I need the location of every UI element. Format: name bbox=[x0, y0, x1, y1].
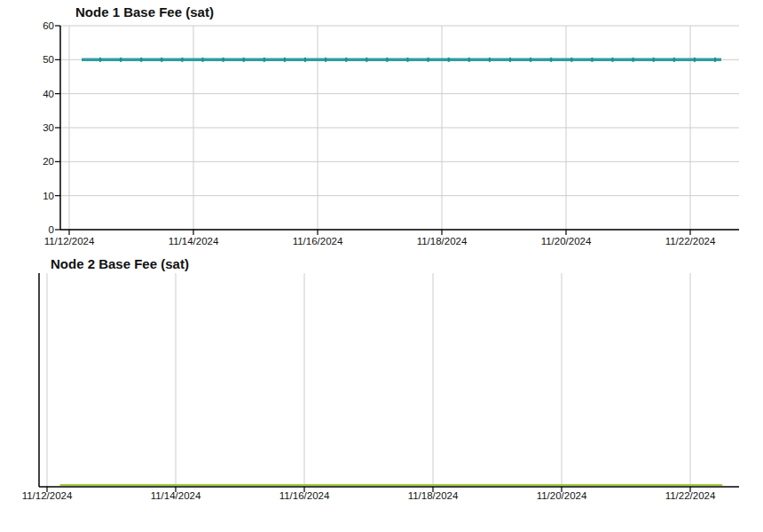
series-point-marker bbox=[448, 58, 450, 62]
chart-node-2: 11/12/202411/14/202411/16/202411/18/2024… bbox=[22, 256, 739, 501]
chart-title: Node 2 Base Fee (sat) bbox=[51, 256, 189, 271]
series-point-marker bbox=[550, 58, 552, 62]
y-tick-label: 0 bbox=[49, 224, 54, 235]
series-point-marker bbox=[120, 58, 122, 62]
base-fee-charts-page: 010203040506011/12/202411/14/202411/16/2… bbox=[0, 0, 763, 532]
x-tick-label: 11/14/2024 bbox=[151, 490, 201, 501]
series-point-marker bbox=[264, 58, 265, 62]
series-point-marker bbox=[714, 58, 716, 62]
x-tick-label: 11/22/2024 bbox=[665, 236, 716, 246]
series-point-marker bbox=[284, 58, 286, 62]
x-tick-label: 11/18/2024 bbox=[417, 236, 468, 246]
series-point-marker bbox=[428, 58, 429, 62]
series-point-marker bbox=[489, 58, 491, 62]
series-point-marker bbox=[304, 58, 306, 62]
series-point-marker bbox=[223, 58, 224, 62]
charts-canvas: 010203040506011/12/202411/14/202411/16/2… bbox=[0, 0, 763, 532]
series-point-marker bbox=[99, 58, 101, 62]
series-point-marker bbox=[345, 58, 347, 62]
series-point-marker bbox=[570, 58, 572, 62]
series-point-marker bbox=[509, 58, 511, 62]
series-point-marker bbox=[673, 58, 675, 62]
y-tick-label: 20 bbox=[43, 156, 54, 167]
series-point-marker bbox=[161, 58, 162, 62]
x-tick-label: 11/18/2024 bbox=[408, 490, 459, 501]
x-tick-label: 11/22/2024 bbox=[665, 490, 716, 501]
x-tick-label: 11/20/2024 bbox=[541, 236, 592, 246]
y-tick-label: 60 bbox=[43, 20, 54, 31]
x-tick-label: 11/12/2024 bbox=[44, 236, 95, 246]
x-tick-label: 11/20/2024 bbox=[537, 490, 587, 501]
series-point-marker bbox=[386, 58, 388, 62]
y-tick-label: 50 bbox=[43, 54, 54, 65]
x-tick-label: 11/14/2024 bbox=[169, 236, 219, 246]
series-point-marker bbox=[591, 58, 593, 62]
series-point-marker bbox=[468, 58, 470, 62]
series-point-marker bbox=[140, 58, 142, 62]
x-tick-label: 11/12/2024 bbox=[22, 490, 73, 501]
series-point-marker bbox=[181, 58, 183, 62]
series-point-marker bbox=[653, 58, 655, 62]
series-point-marker bbox=[325, 58, 326, 62]
series-point-marker bbox=[243, 58, 245, 62]
y-tick-label: 10 bbox=[43, 191, 54, 201]
series-point-marker bbox=[633, 58, 634, 62]
x-tick-label: 11/16/2024 bbox=[293, 236, 343, 246]
series-point-marker bbox=[202, 58, 204, 62]
series-point-marker bbox=[530, 58, 531, 62]
chart-title: Node 1 Base Fee (sat) bbox=[75, 4, 214, 20]
series-point-marker bbox=[366, 58, 367, 62]
series-point-marker bbox=[612, 58, 614, 62]
y-tick-label: 40 bbox=[43, 89, 54, 99]
x-tick-label: 11/16/2024 bbox=[279, 490, 330, 501]
chart-node-1: 010203040506011/12/202411/14/202411/16/2… bbox=[43, 4, 739, 246]
y-tick-label: 30 bbox=[43, 122, 54, 133]
series-point-marker bbox=[407, 58, 409, 62]
series-point-marker bbox=[694, 58, 696, 62]
